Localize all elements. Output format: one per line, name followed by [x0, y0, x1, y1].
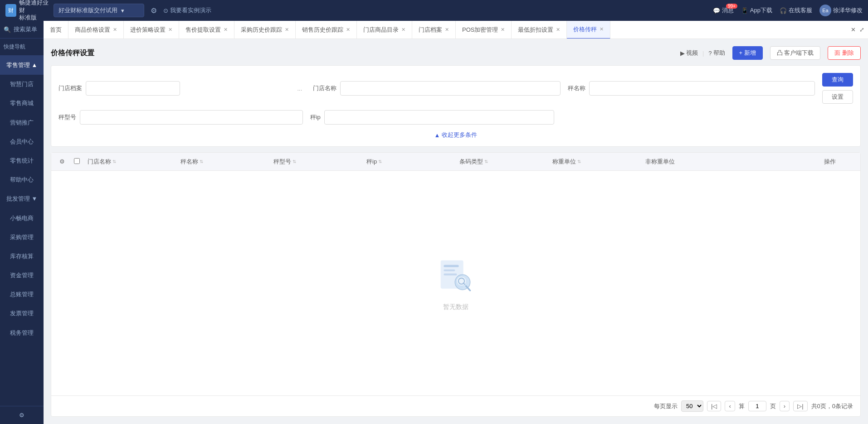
download-icon: 📱: [741, 7, 748, 14]
table-settings-icon[interactable]: ⚙: [55, 158, 69, 165]
col-barcode-type[interactable]: 条码类型 ⇅: [456, 158, 549, 166]
tab-close-icon[interactable]: ✕: [113, 27, 117, 33]
tab-label: 首页: [50, 26, 62, 34]
tab-close-icon[interactable]: ✕: [600, 26, 604, 32]
tab-purchase-history[interactable]: 采购历史价跟踪 ✕: [234, 21, 296, 39]
tab-expand-icon[interactable]: ⤢: [859, 26, 864, 33]
scale-ip-input[interactable]: [324, 110, 555, 125]
form-row-2: 秤型号 秤ip: [59, 110, 853, 125]
tab-close-icon[interactable]: ✕: [224, 27, 228, 33]
tab-label: 售价提取设置: [185, 26, 221, 34]
tab-label: 进价策略设置: [130, 26, 166, 34]
sidebar-item-wholesale-mgmt[interactable]: 批发管理 ▼: [0, 189, 44, 208]
store-archive-input[interactable]: [86, 81, 180, 96]
tab-sale-pickup[interactable]: 售价提取设置 ✕: [179, 21, 234, 39]
sidebar-item-label: 采购管理: [10, 234, 34, 241]
sidebar-item-tax-mgmt[interactable]: 税务管理: [0, 323, 44, 342]
per-page-select[interactable]: 50: [681, 400, 703, 412]
sidebar-item-retail-mall[interactable]: 零售商城: [0, 94, 44, 113]
help-link[interactable]: ? 帮助: [708, 49, 725, 57]
tab-sales-history[interactable]: 销售历史价跟踪 ✕: [296, 21, 357, 39]
gear-icon: ⚙: [19, 412, 24, 419]
collapse-button[interactable]: ▲ 收起更多条件: [59, 131, 853, 139]
tab-home[interactable]: 首页: [44, 21, 68, 39]
select-all-input[interactable]: [74, 158, 80, 164]
sidebar-item-general-ledger[interactable]: 总账管理: [0, 285, 44, 304]
tab-close-icon[interactable]: ✕: [168, 27, 172, 33]
col-scale-ip[interactable]: 秤ip ⇅: [363, 158, 456, 166]
svg-rect-1: [444, 265, 458, 267]
user-menu-button[interactable]: Ea 徐泽华修改: [819, 5, 863, 16]
tab-commodity-price[interactable]: 商品价格设置 ✕: [68, 21, 124, 39]
first-page-button[interactable]: |◁: [707, 401, 721, 411]
prev-page-button[interactable]: ‹: [725, 401, 735, 411]
tab-label: 门店商品目录: [363, 26, 399, 34]
sidebar-item-finance[interactable]: 资金管理: [0, 266, 44, 285]
search-icon: 🔍: [4, 26, 11, 33]
tab-close-icon[interactable]: ✕: [556, 27, 560, 33]
tab-close-icon[interactable]: ✕: [285, 27, 289, 33]
tab-close-icon[interactable]: ✕: [346, 27, 350, 33]
last-page-button[interactable]: ▷|: [793, 401, 807, 411]
client-download-button[interactable]: 凸 客户端下载: [770, 46, 821, 60]
store-name-input[interactable]: [340, 81, 560, 96]
quick-nav-button[interactable]: 快捷导航: [0, 39, 44, 56]
ellipsis-icon[interactable]: ...: [297, 85, 302, 92]
sidebar-item-retail-mgmt[interactable]: 零售管理 ▲: [0, 56, 44, 75]
sidebar-item-member-center[interactable]: 会员中心: [0, 132, 44, 151]
search-menu-button[interactable]: 🔍 搜索菜单: [0, 21, 44, 39]
col-weight-unit[interactable]: 称重单位 ⇅: [549, 158, 642, 166]
empty-state: 暂无数据: [51, 171, 860, 395]
next-page-button[interactable]: ›: [780, 401, 790, 411]
tab-min-discount[interactable]: 最低折扣设置 ✕: [512, 21, 567, 39]
tab-close-icon[interactable]: ✕: [501, 27, 505, 33]
tab-label: 门店档案: [419, 26, 442, 34]
tab-close-all-icon[interactable]: ✕: [851, 26, 856, 33]
col-store-name[interactable]: 门店名称 ⇅: [84, 158, 177, 166]
version-selector[interactable]: 好业财标准版交付试用 ▾: [54, 4, 144, 17]
query-button[interactable]: 查询: [822, 73, 853, 87]
tab-close-icon[interactable]: ✕: [401, 27, 405, 33]
store-name-label: 门店名称: [313, 84, 336, 92]
online-support-button[interactable]: 🎧 在线客服: [780, 6, 812, 14]
col-scale-name[interactable]: 秤名称 ⇅: [177, 158, 270, 166]
sidebar-item-invoice-mgmt[interactable]: 发票管理: [0, 304, 44, 323]
help-links: ▶ 视频 | ? 帮助: [680, 49, 725, 57]
page-number-input[interactable]: [748, 401, 766, 411]
tab-store-catalog[interactable]: 门店商品目录 ✕: [357, 21, 412, 39]
tab-pos-encrypt[interactable]: POS加密管理 ✕: [456, 21, 512, 39]
sidebar-item-label: 发票管理: [10, 310, 34, 317]
video-link[interactable]: ▶ 视频: [680, 49, 698, 57]
sidebar-item-label: 会员中心: [10, 138, 34, 145]
sidebar-item-help-center[interactable]: 帮助中心: [0, 170, 44, 189]
col-scale-model[interactable]: 秤型号 ⇅: [270, 158, 363, 166]
tab-price-scale[interactable]: 价格传秤 ✕: [567, 21, 610, 39]
setting-button[interactable]: 设置: [822, 90, 853, 104]
chevron-down-icon: ▼: [32, 195, 38, 203]
app-download-button[interactable]: 📱 App下载: [741, 6, 772, 14]
data-table: ⚙ 门店名称 ⇅ 秤名称 ⇅ 秤型号 ⇅: [51, 152, 861, 417]
add-button[interactable]: + 新增: [732, 46, 763, 60]
settings-icon[interactable]: ⚙: [149, 5, 159, 17]
sidebar-item-marketing[interactable]: 营销推广: [0, 113, 44, 132]
sidebar-item-retail-stats[interactable]: 零售统计: [0, 151, 44, 170]
sidebar-item-purchase-mgmt[interactable]: 采购管理: [0, 228, 44, 247]
scale-model-input[interactable]: [80, 110, 303, 125]
help-icon: ?: [708, 50, 712, 57]
sort-icon: ⇅: [577, 159, 581, 164]
scale-name-input[interactable]: [589, 81, 815, 96]
delete-button[interactable]: 面 删除: [828, 46, 861, 60]
sidebar-item-smart-store[interactable]: 智慧门店: [0, 75, 44, 94]
tab-close-icon[interactable]: ✕: [445, 27, 449, 33]
sidebar-item-inventory[interactable]: 库存核算: [0, 247, 44, 266]
tab-purchase-strategy[interactable]: 进价策略设置 ✕: [124, 21, 179, 39]
col-operation: 操作: [820, 158, 857, 166]
tab-label: 商品价格设置: [75, 26, 110, 34]
message-button[interactable]: 💬 消息 99+: [713, 6, 734, 14]
sidebar-settings-button[interactable]: ⚙: [0, 406, 44, 424]
sidebar-item-xiaochang-ec[interactable]: 小畅电商: [0, 209, 44, 228]
demo-link[interactable]: ⊙ 我要看实例演示: [163, 6, 211, 14]
top-right-actions: 💬 消息 99+ 📱 App下载 🎧 在线客服 Ea 徐泽华修改: [713, 5, 863, 16]
table-select-all-checkbox[interactable]: [69, 158, 84, 165]
tab-store-archive[interactable]: 门店档案 ✕: [412, 21, 456, 39]
